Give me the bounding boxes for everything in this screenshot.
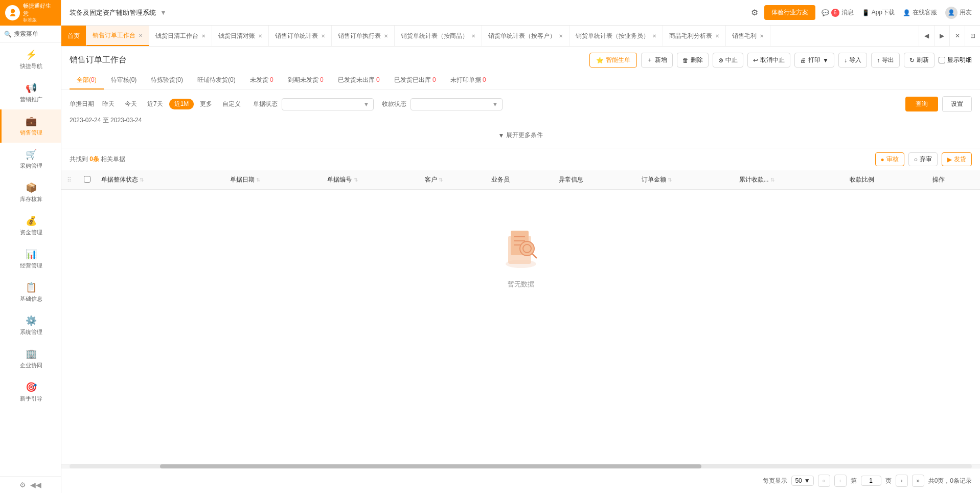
sidebar-item-system[interactable]: ⚙️ 系统管理 xyxy=(0,309,61,342)
tab-sales-exec[interactable]: 销售订单执行表 ✕ xyxy=(332,26,395,46)
col-collected-sort[interactable]: ⇅ xyxy=(770,177,774,183)
settings-bottom-icon[interactable]: ⚙ xyxy=(19,481,26,489)
ship-btn[interactable]: ▶ 发货 xyxy=(942,152,972,166)
tab-sales-stat-product-close[interactable]: ✕ xyxy=(471,33,475,39)
add-btn[interactable]: ＋ 新增 xyxy=(641,53,673,68)
page-input[interactable] xyxy=(861,476,881,486)
show-detail-checkbox[interactable] xyxy=(939,57,945,63)
tab-sales-order-close[interactable]: ✕ xyxy=(139,33,143,38)
sub-tab-pending-inspect[interactable]: 待拣验货(0) xyxy=(144,72,190,89)
date-opt-more[interactable]: 更多 xyxy=(196,99,216,109)
sidebar-item-guide[interactable]: 🎯 新手引导 xyxy=(0,375,61,409)
tab-cash-reconcile-close[interactable]: ✕ xyxy=(258,33,262,39)
page-prev-btn[interactable]: ‹ xyxy=(834,475,847,487)
sidebar-item-corp[interactable]: 🏢 企业协同 xyxy=(0,342,61,375)
search-menu[interactable]: 🔍 搜索菜单 xyxy=(0,26,61,43)
tab-close-all[interactable]: ✕ xyxy=(949,26,965,46)
sub-tab-all[interactable]: 全部(0) xyxy=(70,72,104,89)
user-menu[interactable]: 👤 用友 xyxy=(945,7,972,19)
gear-icon[interactable]: ⚙ xyxy=(751,8,758,17)
print-btn[interactable]: 🖨 打印 ▼ xyxy=(794,53,834,68)
tab-sales-stat-staff[interactable]: 销货单统计表（按业务员） ✕ xyxy=(569,26,663,46)
sidebar-item-operations[interactable]: 📊 经营管理 xyxy=(0,242,61,276)
page-first-btn[interactable]: « xyxy=(818,475,830,487)
sidebar-item-marketing[interactable]: 📢 营销推广 xyxy=(0,76,61,109)
tab-sales-stat-staff-label: 销货单统计表（按业务员） xyxy=(576,32,649,40)
tab-cash-reconcile[interactable]: 钱货日清对账 ✕ xyxy=(212,26,269,46)
col-number-sort[interactable]: ⇅ xyxy=(354,177,358,183)
delete-btn[interactable]: 🗑 删除 xyxy=(677,53,709,68)
tab-scroll-right[interactable]: ▶ xyxy=(934,26,949,46)
sidebar-item-purchase[interactable]: 🛒 采购管理 xyxy=(0,143,61,176)
query-btn[interactable]: 查询 xyxy=(905,97,938,111)
tab-sales-stat-close[interactable]: ✕ xyxy=(321,33,325,39)
tab-sales-order[interactable]: 销售订单工作台 ✕ xyxy=(86,26,149,46)
sub-tab-pending-review[interactable]: 待审核(0) xyxy=(104,72,144,89)
sidebar-item-finance[interactable]: 💰 资金管理 xyxy=(0,209,61,242)
tab-scroll-left[interactable]: ◀ xyxy=(919,26,934,46)
cancel-review-btn[interactable]: ○ 弃审 xyxy=(908,152,938,166)
collapse-icon[interactable]: ◀◀ xyxy=(30,481,41,489)
page-last-btn[interactable]: » xyxy=(912,475,924,487)
sub-tab-not-printed[interactable]: 未打印单据 0 xyxy=(443,72,493,89)
smart-btn[interactable]: ⭐ 智能生单 xyxy=(589,53,637,68)
sidebar-item-basic[interactable]: 📋 基础信息 xyxy=(0,276,61,309)
expand-btn[interactable]: ▼ 展开更多条件 xyxy=(494,129,548,142)
scroll-bar-thumb[interactable] xyxy=(160,464,701,468)
import-btn[interactable]: ↓ 导入 xyxy=(838,53,867,68)
setting-btn[interactable]: 设置 xyxy=(942,96,972,112)
sub-tab-overdue[interactable]: 到期未发货 0 xyxy=(281,72,331,89)
refresh-btn[interactable]: ↻ 刷新 xyxy=(904,53,935,68)
tab-sales-profit[interactable]: 销售毛利 ✕ xyxy=(726,26,770,46)
tab-sales-stat-product[interactable]: 销货单统计表（按商品） ✕ xyxy=(395,26,482,46)
page-size-select[interactable]: 50 ▼ xyxy=(791,476,813,486)
tab-sales-profit-close[interactable]: ✕ xyxy=(760,33,764,39)
tab-home[interactable]: 首页 xyxy=(61,26,86,46)
date-opt-custom[interactable]: 自定义 xyxy=(218,99,245,109)
col-customer-sort[interactable]: ⇅ xyxy=(439,177,443,183)
sidebar-item-sales[interactable]: 💼 销售管理 xyxy=(0,109,61,143)
message-action[interactable]: 💬 6 消息 xyxy=(822,8,854,17)
header-dropdown-icon[interactable]: ▼ xyxy=(160,9,167,16)
bill-status-select[interactable]: ▼ xyxy=(282,98,374,110)
tab-sales-stat-customer-close[interactable]: ✕ xyxy=(559,33,563,39)
refresh-icon: ↻ xyxy=(909,57,915,64)
sales-icon: 💼 xyxy=(26,116,37,127)
show-detail-label[interactable]: 显示明细 xyxy=(939,56,972,64)
tab-sales-stat[interactable]: 销售订单统计表 ✕ xyxy=(269,26,332,46)
review-btn[interactable]: ● 审核 xyxy=(875,152,904,166)
date-opt-last1m[interactable]: 近1M xyxy=(169,99,194,109)
select-all-checkbox[interactable] xyxy=(84,176,90,183)
tab-cash-daily-close[interactable]: ✕ xyxy=(201,33,206,39)
user-name: 用友 xyxy=(960,8,972,17)
industry-btn[interactable]: 体验行业方案 xyxy=(764,5,815,20)
sub-tab-shipped-not-warehoused[interactable]: 已发货未出库 0 xyxy=(331,72,387,89)
col-number-label: 单据编号 xyxy=(327,176,352,183)
date-opt-last7[interactable]: 近7天 xyxy=(143,99,167,109)
sub-tab-wangpu[interactable]: 旺铺待发货(0) xyxy=(190,72,243,89)
online-service-action[interactable]: 👤 在线客服 xyxy=(903,8,937,17)
date-opt-yesterday[interactable]: 昨天 xyxy=(98,99,119,109)
page-size-label: 每页显示 xyxy=(763,477,787,485)
col-date-sort[interactable]: ⇅ xyxy=(256,177,260,183)
sub-tab-shipped-warehoused[interactable]: 已发货已出库 0 xyxy=(387,72,443,89)
tab-sales-exec-close[interactable]: ✕ xyxy=(384,33,388,39)
stop-btn[interactable]: ⊗ 中止 xyxy=(713,53,743,68)
tab-product-margin-close[interactable]: ✕ xyxy=(715,33,719,39)
date-opt-today[interactable]: 今天 xyxy=(121,99,141,109)
tab-cash-daily[interactable]: 钱货日清工作台 ✕ xyxy=(149,26,212,46)
export-btn[interactable]: ↑ 导出 xyxy=(871,53,900,68)
tab-expand[interactable]: ⊡ xyxy=(965,26,980,46)
app-download-action[interactable]: 📱 App下载 xyxy=(862,8,895,17)
payment-status-select[interactable]: ▼ xyxy=(411,98,503,110)
sidebar-item-inventory[interactable]: 📦 库存核算 xyxy=(0,176,61,209)
sidebar-item-quick-nav[interactable]: ⚡ 快捷导航 xyxy=(0,43,61,76)
col-status-sort[interactable]: ⇅ xyxy=(140,177,144,183)
tab-product-margin[interactable]: 商品毛利分析表 ✕ xyxy=(663,26,726,46)
tab-sales-stat-staff-close[interactable]: ✕ xyxy=(652,33,656,39)
cancel-stop-btn[interactable]: ↩ 取消中止 xyxy=(747,53,790,68)
tab-sales-stat-customer[interactable]: 销货单统计表（按客户） ✕ xyxy=(482,26,569,46)
page-next-btn[interactable]: › xyxy=(896,475,908,487)
col-amount-sort[interactable]: ⇅ xyxy=(668,177,672,183)
sub-tab-not-shipped[interactable]: 未发货 0 xyxy=(243,72,281,89)
